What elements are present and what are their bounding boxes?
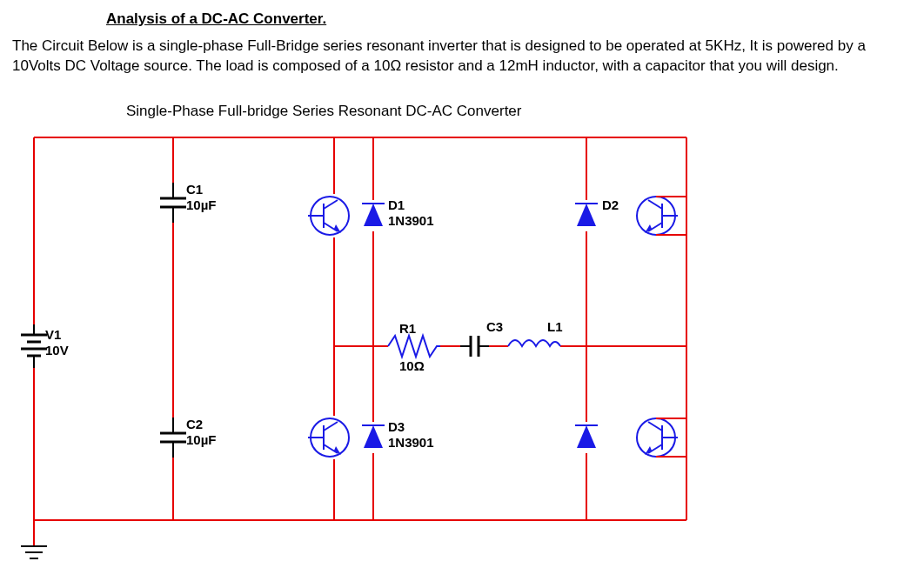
r1-name: R1 — [399, 321, 416, 336]
c2-name: C2 — [186, 417, 203, 431]
capacitor-c2: C2 10µF — [160, 417, 217, 458]
diode-d2: D2 — [575, 197, 619, 231]
c1-name: C1 — [186, 182, 203, 197]
v1-name: V1 — [45, 327, 61, 342]
d3-name: D3 — [388, 419, 405, 434]
l1-name: L1 — [547, 319, 563, 334]
diode-d4 — [575, 422, 598, 453]
transistor-q2 — [637, 194, 686, 237]
c2-value: 10µF — [186, 432, 217, 447]
diagram-title: Single-Phase Full-bridge Series Resonant… — [126, 103, 521, 120]
d1-part: 1N3901 — [388, 213, 434, 228]
c3-name: C3 — [486, 319, 503, 334]
transistor-q1 — [308, 194, 349, 237]
diode-d3: D3 1N3901 — [362, 419, 434, 453]
inductor-l1: L1 — [508, 319, 563, 355]
ground-icon — [21, 520, 47, 558]
resistor-r1: R1 10Ω — [388, 321, 440, 373]
transistor-q4 — [637, 416, 686, 459]
capacitor-c3: C3 — [460, 319, 503, 357]
r1-value: 10Ω — [399, 358, 425, 373]
circuit-diagram: V1 10V C1 10µF C2 10µF — [12, 120, 708, 581]
diode-d1: D1 1N3901 — [362, 197, 434, 231]
voltage-source: V1 10V — [21, 324, 69, 368]
capacitor-c1: C1 10µF — [160, 182, 217, 223]
c1-value: 10µF — [186, 197, 217, 212]
transistor-q3 — [308, 416, 349, 459]
description-text: The Circuit Below is a single-phase Full… — [12, 37, 917, 77]
d1-name: D1 — [388, 197, 405, 212]
v1-value: 10V — [45, 343, 69, 357]
d2-name: D2 — [602, 197, 619, 212]
page-title: Analysis of a DC-AC Converter. — [106, 10, 326, 28]
d3-part: 1N3901 — [388, 435, 434, 450]
